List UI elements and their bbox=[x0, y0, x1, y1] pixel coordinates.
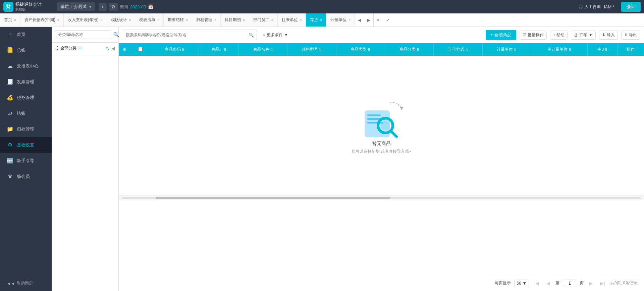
category-col-header[interactable]: 商品分类⇅ bbox=[385, 43, 433, 56]
sidebar-item-ledger[interactable]: 📒 总账 bbox=[0, 42, 52, 58]
tab-home[interactable]: 首页 × bbox=[0, 13, 20, 27]
workspace-selector[interactable]: 基层工会测试 ▼ bbox=[57, 2, 95, 11]
tab-contacts-close[interactable]: × bbox=[300, 18, 302, 22]
type-col-header[interactable]: 商品类型⇅ bbox=[336, 43, 385, 56]
category-search-icon[interactable]: 🔍 bbox=[113, 32, 119, 37]
add-product-btn[interactable]: + 新增商品 bbox=[486, 30, 516, 40]
pricing-col-header[interactable]: 计价方式⇅ bbox=[434, 43, 482, 56]
tab-dept[interactable]: 部门员工 × bbox=[249, 13, 278, 27]
category-search-input[interactable] bbox=[55, 30, 111, 39]
sidebar-item-settle[interactable]: ⇄ 结账 bbox=[0, 105, 52, 121]
tab-template-close[interactable]: × bbox=[129, 18, 131, 22]
content-inner: 🔍 ⠿ 全部分类 ○ ✎ ◀ bbox=[52, 27, 644, 291]
print-dropdown-icon: ▼ bbox=[589, 33, 593, 37]
accountant-btn[interactable]: 会计 bbox=[621, 2, 641, 12]
product-search-input[interactable] bbox=[126, 33, 247, 37]
panel-collapse-icon[interactable]: ◀ bbox=[111, 46, 115, 51]
sidebar-item-invoice[interactable]: 🧾 发票管理 bbox=[0, 74, 52, 90]
tab-income-close[interactable]: × bbox=[101, 18, 103, 22]
page-label-text: 第 bbox=[555, 280, 559, 286]
tab-inventory[interactable]: 存货 × bbox=[306, 13, 326, 27]
tab-tax-list[interactable]: 税表清单 × bbox=[135, 13, 164, 27]
category-tag: ○ bbox=[78, 46, 83, 50]
tab-balance-sheet[interactable]: 资产负债表(中期) × bbox=[20, 13, 64, 27]
settings-gear-btn[interactable]: ⚙ bbox=[109, 3, 118, 11]
tab-period-transfer[interactable]: 期末结转 × bbox=[164, 13, 192, 27]
code-col-header[interactable]: 商品...⇅ bbox=[199, 43, 239, 56]
current-page-input[interactable] bbox=[563, 280, 576, 287]
tab-dept-close[interactable]: × bbox=[271, 18, 273, 22]
empty-state-cell: 暂无商品 您可以选择新增,或者直接导入哦~ bbox=[119, 56, 644, 196]
add-workspace-btn[interactable]: + bbox=[99, 3, 107, 11]
category-edit-icon[interactable]: ✎ bbox=[105, 46, 109, 51]
calendar-icon[interactable]: 📅 bbox=[148, 4, 153, 9]
page-size-label: 每页显示 bbox=[495, 280, 511, 286]
sidebar-item-tax[interactable]: 💰 税务管理 bbox=[0, 90, 52, 105]
unit-col-header[interactable]: 计量单位⇅ bbox=[482, 43, 531, 56]
main-unit-col-header[interactable]: 主计量单位⇅ bbox=[531, 43, 587, 56]
page-size-select[interactable]: 50 ▼ bbox=[514, 280, 529, 287]
tab-nav-next[interactable]: ▶ bbox=[364, 13, 374, 27]
tax-icon: 💰 bbox=[7, 94, 13, 101]
svg-point-5 bbox=[381, 121, 390, 130]
batch-operation-btn[interactable]: ☑ 批量操作 bbox=[520, 31, 547, 40]
tab-unit-close[interactable]: × bbox=[348, 18, 351, 22]
tab-archive-close[interactable]: × bbox=[214, 18, 216, 22]
tab-period-close[interactable]: × bbox=[186, 18, 188, 22]
select-all-checkbox[interactable] bbox=[138, 47, 143, 51]
tab-tax-list-close[interactable]: × bbox=[157, 18, 159, 22]
tab-income[interactable]: 收入支出表(年报) × bbox=[64, 13, 107, 27]
spec-col-header[interactable]: 规格型号⇅ bbox=[287, 43, 336, 56]
tab-archive[interactable]: 归档管理 × bbox=[192, 13, 221, 27]
next-page-btn[interactable]: ▶ bbox=[587, 280, 595, 287]
tab-subject-close[interactable]: × bbox=[243, 18, 245, 22]
tab-template[interactable]: 模版设计 × bbox=[107, 13, 136, 27]
sidebar-item-guide[interactable]: 🆕 新手引导 bbox=[0, 153, 52, 168]
sidebar-item-archive[interactable]: 📁 归档管理 bbox=[0, 121, 52, 137]
horizontal-scrollbar[interactable] bbox=[119, 196, 644, 200]
category-sort-icon: ⇅ bbox=[417, 48, 419, 51]
last-page-btn[interactable]: ▶| bbox=[598, 280, 607, 287]
settings-col-header[interactable]: ⚙ bbox=[119, 43, 131, 56]
member-icon: ♛ bbox=[7, 173, 13, 180]
tab-unit-label: 计量单位 bbox=[330, 17, 346, 23]
first-page-btn[interactable]: |◀ bbox=[532, 280, 541, 287]
barcode-col-header[interactable]: 商品条码⇅ bbox=[150, 43, 199, 56]
unpin-label: 取消固定 bbox=[17, 281, 33, 286]
export-btn[interactable]: ⬆ 导出 bbox=[621, 31, 640, 40]
tab-balance-close[interactable]: × bbox=[57, 18, 59, 22]
tab-subject[interactable]: 科目期初 × bbox=[221, 13, 249, 27]
tab-expand-btn[interactable]: ⤢ bbox=[383, 13, 392, 27]
tab-period-label: 期末结转 bbox=[168, 17, 184, 23]
filter-btn[interactable]: ≡ 更多条件 ▼ bbox=[260, 32, 291, 38]
service-btn[interactable]: 🎧 人工咨询 bbox=[578, 4, 601, 10]
invoice-icon: 🧾 bbox=[7, 79, 13, 85]
sidebar-item-home[interactable]: ⌂ 首页 bbox=[0, 27, 52, 42]
period-value: 2023-03 bbox=[130, 4, 146, 9]
col3-col-header[interactable]: 主3⇅ bbox=[588, 43, 618, 56]
spec-label: 规格型号 bbox=[302, 47, 318, 52]
tab-unit[interactable]: 计量单位 × bbox=[326, 13, 355, 27]
prev-page-btn[interactable]: ◀ bbox=[544, 280, 552, 287]
search-icon[interactable]: 🔍 bbox=[249, 33, 254, 38]
sidebar-member-label: 畅会员 bbox=[17, 174, 30, 180]
move-btn[interactable]: ↕ 移动 bbox=[550, 31, 568, 40]
import-btn[interactable]: ⬇ 导入 bbox=[599, 31, 618, 40]
action-col-header: 操作 bbox=[618, 43, 644, 56]
category-header: ⠿ 全部分类 ○ ✎ ◀ bbox=[52, 43, 118, 54]
tab-home-close[interactable]: × bbox=[14, 18, 16, 22]
sidebar-item-reports[interactable]: ☁ 云报表中心 bbox=[0, 58, 52, 74]
tab-archive-label: 归档管理 bbox=[196, 17, 212, 23]
print-btn[interactable]: 🖨 打印 ▼ bbox=[571, 31, 596, 40]
sidebar-unpin-btn[interactable]: ◄◄ 取消固定 bbox=[0, 276, 52, 291]
tab-contacts[interactable]: 往来单位 × bbox=[278, 13, 306, 27]
workspace-label: 基层工会测试 bbox=[60, 4, 87, 10]
sidebar-item-settings[interactable]: ⚙ 基础设置 bbox=[0, 137, 52, 153]
tab-close-all-btn[interactable]: × bbox=[374, 13, 383, 27]
sidebar-item-member[interactable]: ♛ 畅会员 bbox=[0, 168, 52, 184]
tab-inventory-close[interactable]: × bbox=[320, 18, 322, 22]
name-col-header[interactable]: 商品名称⇅ bbox=[238, 43, 287, 56]
checkbox-col-header[interactable] bbox=[131, 43, 150, 56]
tab-nav-prev[interactable]: ◀ bbox=[355, 13, 364, 27]
scroll-thumb[interactable] bbox=[156, 197, 390, 199]
